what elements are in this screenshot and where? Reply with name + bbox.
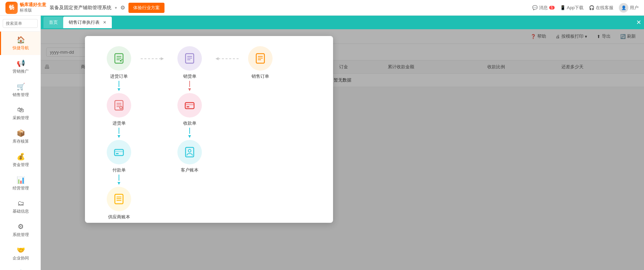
flow-node-purchase-order[interactable]: 进货订单	[99, 46, 139, 79]
svg-rect-11	[115, 149, 123, 156]
sidebar-label-finance: 资金管理	[13, 162, 29, 168]
flow-node-sales-bill[interactable]: 销货单	[169, 46, 210, 79]
flow-node-receipt[interactable]: 收款单	[169, 93, 210, 126]
tab-close-icon[interactable]: ✕	[103, 20, 106, 25]
user-avatar: 👤	[619, 3, 628, 13]
app-download-item[interactable]: 📱 App下载	[560, 5, 584, 11]
purchase-icon: 🛍	[17, 106, 24, 114]
svg-rect-23	[185, 104, 194, 105]
logo-line2: 标准版	[20, 8, 46, 13]
payment-label: 付款单	[112, 167, 126, 173]
logo-char: 畅	[9, 4, 14, 11]
arrow-v-5: ▼	[187, 128, 192, 139]
finance-icon: 💰	[17, 152, 25, 161]
sidebar-item-enterprise[interactable]: 🤝 企业协同	[0, 242, 40, 265]
flow-node-customer-account[interactable]: 客户账本	[169, 140, 210, 173]
message-item[interactable]: 💬 消息 5	[532, 5, 555, 11]
top-header: 畅 畅库通好生意 标准版 装备及固定资产辅助管理系统 ▾ ⚙ 体验行业方案 💬 …	[0, 0, 644, 16]
user-label: 用户	[630, 5, 639, 11]
logo-area: 畅 畅库通好生意 标准版	[5, 2, 46, 14]
system-title: 装备及固定资产辅助管理系统	[50, 5, 111, 11]
sidebar-item-system[interactable]: ⚙ 系统管理	[0, 218, 40, 242]
modal-overlay[interactable]: 进货订单 ▼	[41, 29, 644, 270]
svg-rect-12	[115, 151, 123, 152]
search-input[interactable]	[3, 19, 38, 28]
svg-rect-13	[116, 153, 119, 154]
app-download-label: App下载	[567, 5, 584, 11]
settings-icon[interactable]: ⚙	[120, 4, 125, 11]
sidebar-label-enterprise: 企业协同	[13, 255, 29, 261]
arrow-v-2: ▼	[117, 128, 121, 139]
tab-home[interactable]: 首页	[43, 17, 63, 28]
arrow-v-4: ▼	[187, 81, 192, 92]
online-service-label: 在线客服	[596, 5, 613, 11]
arrow-v-3: ▼	[117, 175, 121, 185]
tab-bar: 首页 销售订单执行表 ✕ ✕	[41, 16, 644, 29]
sidebar-item-purchase[interactable]: 🛍 采购管理	[0, 102, 40, 125]
sidebar-item-basic[interactable]: 🗂 基础信息	[0, 195, 40, 218]
sidebar-item-quick-nav[interactable]: 🏠 快捷导航	[0, 32, 40, 55]
sales-icon: 🛒	[17, 83, 25, 91]
page-content: ❓ 帮助 🖨 按模板打印 ▾ ⬆ 导出 🔄 刷新	[41, 29, 644, 270]
sidebar-label-inventory: 库存核算	[13, 139, 29, 144]
app-download-icon: 📱	[560, 5, 565, 10]
h-arrow-1	[141, 58, 161, 59]
svg-point-26	[188, 149, 191, 152]
message-icon: 💬	[532, 5, 538, 10]
user-item[interactable]: 👤 用户	[619, 3, 639, 13]
payment-circle	[107, 140, 131, 164]
tab-sales-order-label: 销售订单执行表	[69, 19, 100, 25]
logo-line1: 畅库通好生意	[20, 2, 46, 8]
flow-node-purchase-bill[interactable]: 进货单	[99, 93, 139, 126]
close-window-icon[interactable]: ✕	[636, 19, 641, 26]
header-left: 畅 畅库通好生意 标准版 装备及固定资产辅助管理系统 ▾ ⚙ 体验行业方案	[5, 2, 164, 14]
quick-nav-icon: 🏠	[17, 36, 25, 44]
svg-rect-24	[187, 106, 189, 107]
sales-bill-label: 销货单	[183, 73, 196, 79]
inventory-icon: 📦	[17, 129, 25, 137]
modal-box: 进货订单 ▼	[85, 36, 333, 223]
h-arrow-2	[218, 58, 239, 59]
purchase-bill-label: 进货单	[112, 120, 126, 126]
sales-order-label: 销售订单	[251, 73, 269, 79]
supplier-account-circle	[107, 187, 131, 211]
svg-rect-22	[185, 103, 194, 109]
message-label: 消息	[539, 5, 548, 11]
header-right: 💬 消息 5 📱 App下载 🎧 在线客服 👤 用户	[532, 3, 639, 13]
receipt-label: 收款单	[183, 120, 196, 126]
customer-account-circle	[177, 140, 202, 164]
enterprise-icon: 🤝	[17, 246, 25, 254]
sidebar-label-sales: 销售管理	[13, 92, 29, 98]
flow-area: 进货订单 ▼	[85, 36, 333, 223]
sales-order-circle	[248, 46, 273, 71]
sidebar-item-marketing[interactable]: 📢 营销推广	[0, 55, 40, 78]
arrow-v-1: ▼	[117, 81, 121, 92]
purchase-bill-circle	[107, 93, 131, 118]
message-badge: 5	[549, 6, 555, 10]
sidebar-label-quick-nav: 快捷导航	[13, 45, 29, 51]
receipt-circle	[177, 93, 202, 118]
main-body: 🏠 快捷导航 📢 营销推广 🛒 销售管理 🛍 采购管理 📦 库存核算 💰	[0, 16, 644, 270]
sidebar-label-basic: 基础信息	[13, 209, 29, 214]
system-icon: ⚙	[18, 222, 24, 231]
tab-sales-order[interactable]: 销售订单执行表 ✕	[63, 17, 112, 28]
sidebar-label-operation: 经营管理	[13, 185, 29, 191]
sidebar-item-operation[interactable]: 📊 经营管理	[0, 172, 40, 195]
try-button[interactable]: 体验行业方案	[128, 3, 164, 13]
purchase-order-circle	[107, 46, 131, 71]
online-service-item[interactable]: 🎧 在线客服	[589, 5, 613, 11]
flow-node-payment[interactable]: 付款单	[99, 140, 139, 173]
sidebar-label-marketing: 营销推广	[13, 69, 29, 74]
flow-node-supplier-account[interactable]: 供应商账本	[99, 187, 139, 220]
sidebar-item-newbie[interactable]: 📋 新手引导	[0, 265, 40, 270]
sidebar-item-finance[interactable]: 💰 资金管理	[0, 148, 40, 172]
sales-bill-circle	[177, 46, 202, 71]
online-service-icon: 🎧	[589, 5, 594, 10]
flow-node-sales-order[interactable]: 销售订单	[240, 46, 281, 79]
content-area: 首页 销售订单执行表 ✕ ✕ ❓ 帮助 🖨	[41, 16, 644, 270]
sidebar-label-purchase: 采购管理	[13, 115, 29, 121]
sidebar-item-inventory[interactable]: 📦 库存核算	[0, 125, 40, 148]
system-dropdown-arrow[interactable]: ▾	[115, 5, 117, 10]
logo-icon: 畅	[5, 2, 18, 14]
sidebar-item-sales[interactable]: 🛒 销售管理	[0, 78, 40, 102]
